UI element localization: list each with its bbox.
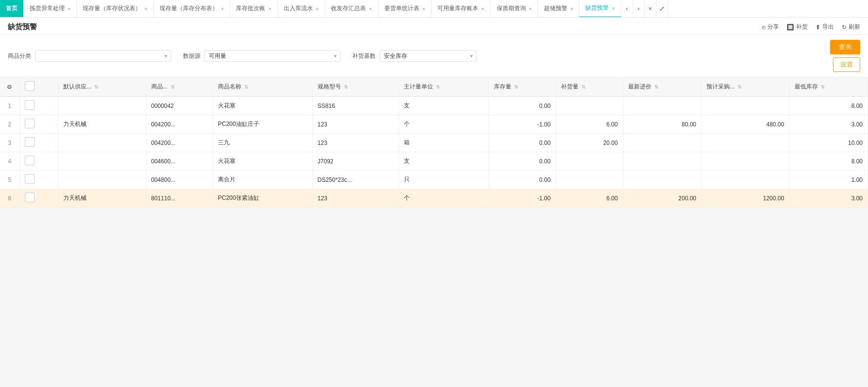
tab-expiry-query[interactable]: 保质期查询 ×	[491, 0, 538, 18]
row-latest-price-5: 200.00	[623, 189, 701, 208]
tab-batch-account-close[interactable]: ×	[268, 6, 271, 12]
settings-button[interactable]: 设置	[833, 57, 860, 72]
tab-available-ledger-close[interactable]: ×	[481, 6, 484, 12]
datasource-select[interactable]	[204, 50, 341, 62]
tab-inventory-status-close[interactable]: ×	[144, 6, 147, 12]
table-row[interactable]: 5 004800... 离合片 DS250*23c... 只 0.00 1.00	[0, 171, 868, 189]
export-button[interactable]: ⬆ 导出	[815, 23, 834, 31]
tab-inventory-dist-close[interactable]: ×	[221, 6, 224, 12]
tab-batch-account[interactable]: 库存批次账 ×	[230, 0, 277, 18]
tab-shortage[interactable]: 缺货预警 ×	[579, 0, 621, 18]
tab-collect-summary[interactable]: 收发存汇总表 ×	[325, 0, 378, 18]
share-button[interactable]: ⎋ 分享	[762, 23, 779, 31]
row-checkbox-1[interactable]	[19, 115, 58, 134]
row-stock-4: 0.00	[488, 171, 556, 189]
row-supplier-4	[58, 171, 146, 189]
row-restock-qty-3	[556, 152, 623, 171]
row-checkbox-0[interactable]	[19, 97, 58, 115]
restock-button[interactable]: 🔲 补货	[787, 23, 808, 31]
th-default-supplier-label: 默认供应...	[63, 83, 91, 90]
table-row[interactable]: 4 004600... 火花塞 J7092 支 0.00 8.00	[0, 152, 868, 171]
th-restock-qty[interactable]: 补货量 ⇅	[556, 77, 623, 97]
share-label: 分享	[767, 23, 779, 31]
th-product-name[interactable]: 商品名称 ⇅	[213, 77, 313, 97]
datasource-filter-label: 数据源	[183, 52, 200, 60]
restock-icon: 🔲	[787, 24, 794, 31]
th-default-supplier[interactable]: 默认供应... ⇅	[58, 77, 146, 97]
table-row[interactable]: 1 0000042 火花塞 SS816 支 0.00 8.00	[0, 97, 868, 115]
row-restock-qty-4	[556, 171, 623, 189]
row-name-5: PC200张紧油缸	[213, 189, 313, 208]
tab-nav-prev[interactable]: ‹	[621, 0, 633, 18]
th-product-code-label: 商品...	[151, 83, 168, 90]
th-checkbox[interactable]	[19, 77, 58, 97]
row-checkbox-4[interactable]	[19, 171, 58, 189]
tab-inout-flow[interactable]: 出入库流水 ×	[278, 0, 325, 18]
export-icon: ⬆	[815, 24, 820, 31]
category-select[interactable]	[35, 50, 171, 62]
sort-icon-min-stock: ⇅	[821, 84, 825, 89]
th-estimated-purchase[interactable]: 预计采购... ⇅	[701, 77, 789, 97]
sort-icon-product-name: ⇅	[244, 84, 248, 89]
tab-collect-summary-close[interactable]: ×	[369, 6, 372, 12]
row-num-0: 1	[0, 97, 19, 115]
row-stock-1: -1.00	[488, 115, 556, 134]
row-supplier-1: 力天机械	[58, 115, 146, 134]
tab-order-stats-close[interactable]: ×	[422, 6, 425, 12]
row-supplier-3	[58, 152, 146, 171]
tab-nav-close[interactable]: ×	[645, 0, 656, 18]
tab-nav-next[interactable]: ›	[633, 0, 645, 18]
tab-order-stats[interactable]: 要货单统计表 ×	[379, 0, 432, 18]
th-stock[interactable]: 库存量 ⇅	[488, 77, 556, 97]
row-name-2: 三九	[213, 134, 313, 152]
tab-overstock[interactable]: 超储预警 ×	[538, 0, 579, 18]
row-unit-2: 箱	[399, 134, 489, 152]
th-gear[interactable]: ⚙	[0, 77, 19, 97]
tab-home[interactable]: 首页	[0, 0, 24, 18]
restock-base-select-wrapper: ▼	[380, 50, 477, 62]
restock-base-select[interactable]	[380, 50, 477, 62]
row-estimated-purchase-2	[701, 134, 789, 152]
page-title: 缺货预警	[8, 22, 37, 32]
row-checkbox-5[interactable]	[19, 189, 58, 208]
row-unit-4: 只	[399, 171, 489, 189]
filter-row: 商品分类 ▼ 数据源 ▼ 补货基数 ▼ 查询 设置	[0, 35, 868, 77]
tab-overstock-close[interactable]: ×	[570, 6, 573, 12]
restock-label: 补货	[796, 23, 808, 31]
table-row[interactable]: 2 力天机械 004200... PC200油缸庄子 123 个 -1.00 6…	[0, 115, 868, 134]
tab-inventory-dist[interactable]: 现存量（库存分布表） ×	[154, 0, 230, 18]
row-spec-0: SS816	[312, 97, 399, 115]
tab-shortage-close[interactable]: ×	[612, 5, 615, 11]
filter-action-buttons: 查询 设置	[830, 40, 860, 72]
row-checkbox-3[interactable]	[19, 152, 58, 171]
tab-inventory-status-label: 现存量（库存状况表）	[83, 4, 141, 13]
row-restock-qty-5: 6.00	[556, 189, 623, 208]
th-latest-price[interactable]: 最新进价 ⇅	[623, 77, 701, 97]
export-label: 导出	[822, 23, 834, 31]
th-min-stock[interactable]: 最低库存 ⇅	[789, 77, 868, 97]
row-spec-1: 123	[312, 115, 399, 134]
row-checkbox-2[interactable]	[19, 134, 58, 152]
query-button[interactable]: 查询	[830, 40, 860, 54]
tab-inventory-status[interactable]: 现存量（库存状况表） ×	[77, 0, 153, 18]
th-spec[interactable]: 规格型号 ⇅	[312, 77, 399, 97]
row-name-0: 火花塞	[213, 97, 313, 115]
row-unit-5: 个	[399, 189, 489, 208]
tab-batch-account-label: 库存批次账	[236, 4, 265, 13]
tab-expiry-query-close[interactable]: ×	[529, 6, 532, 12]
table-row[interactable]: 6 力天机械 801110... PC200张紧油缸 123 个 -1.00 6…	[0, 189, 868, 208]
table-row[interactable]: 3 004200... 三九 123 箱 0.00 20.00 10.00	[0, 134, 868, 152]
tab-available-ledger[interactable]: 可用量库存账本 ×	[432, 0, 490, 18]
tab-nav-expand[interactable]: ⤢	[656, 0, 668, 18]
tab-bar: 首页 拣货异常处理 × 现存量（库存状况表） × 现存量（库存分布表） × 库存…	[0, 0, 868, 18]
tab-abnormal[interactable]: 拣货异常处理 ×	[24, 0, 77, 18]
row-estimated-purchase-0	[701, 97, 789, 115]
th-unit[interactable]: 主计量单位 ⇅	[399, 77, 489, 97]
th-product-code[interactable]: 商品... ⇅	[146, 77, 213, 97]
header-checkbox[interactable]	[25, 81, 35, 91]
tab-abnormal-close[interactable]: ×	[68, 6, 71, 12]
refresh-button[interactable]: ↻ 刷新	[842, 23, 860, 31]
row-code-3: 004600...	[146, 152, 213, 171]
row-unit-1: 个	[399, 115, 489, 134]
tab-inout-flow-close[interactable]: ×	[316, 6, 319, 12]
